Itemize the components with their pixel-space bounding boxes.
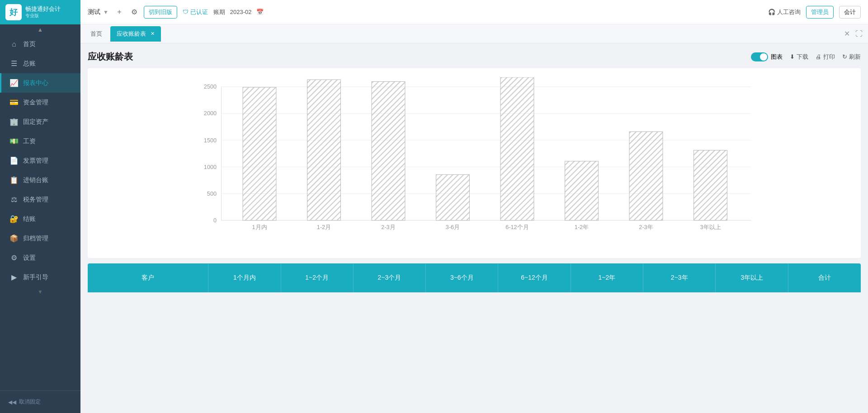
cancel-fixed-btn[interactable]: ◀◀ 取消固定 <box>0 394 80 409</box>
role-btn[interactable]: 会计 <box>839 6 861 19</box>
svg-text:2-3月: 2-3月 <box>381 224 395 230</box>
chart-toggle[interactable]: 图表 <box>751 52 783 61</box>
col-total: 合计 <box>788 263 861 292</box>
svg-text:1500: 1500 <box>204 137 217 144</box>
sidebar-item-tax[interactable]: ⚖ 税务管理 <box>0 190 80 209</box>
period-value: 2023-02 <box>230 9 252 15</box>
period-info: 账期 2023-02 📅 <box>213 8 264 16</box>
sidebar-item-reports[interactable]: 📈 报表中心 <box>0 73 80 93</box>
sidebar-item-settings[interactable]: ⚙ 设置 <box>0 248 80 268</box>
tabbar: 首页 应收账龄表 ✕ ✕ ⛶ <box>80 24 868 43</box>
cancel-fixed-label: 取消固定 <box>19 398 41 406</box>
sidebar-nav: ▲ ⌂ 首页 ☰ 总账 📈 报表中心 💳 资金管理 🏢 固定资产 💵 工资 📄 … <box>0 24 80 390</box>
tab-close-icon[interactable]: ✕ <box>151 31 155 37</box>
sidebar-item-inout[interactable]: 📋 进销台账 <box>0 170 80 190</box>
svg-text:0: 0 <box>213 217 217 224</box>
funds-icon: 💳 <box>9 98 19 107</box>
svg-rect-16 <box>307 80 341 220</box>
download-label: 下载 <box>797 53 808 61</box>
page-title: 应收账龄表 <box>88 51 133 63</box>
app-edition: 专业版 <box>25 13 61 19</box>
bar-chart: 0 500 1000 1500 2000 2500 1月内 1-2月 <box>97 77 852 249</box>
settings-icon: ⚙ <box>9 253 19 262</box>
download-icon: ⬇ <box>790 53 795 60</box>
invoice-icon: 📄 <box>9 156 19 165</box>
project-selector[interactable]: 测试 ▼ <box>88 8 108 16</box>
col-6-12month: 6~12个月 <box>498 263 571 292</box>
user-btn[interactable]: 管理员 <box>806 6 834 19</box>
refresh-btn[interactable]: ↻ 刷新 <box>842 53 861 61</box>
add-btn[interactable]: ＋ <box>114 5 125 19</box>
support-label: 人工咨询 <box>777 8 801 16</box>
svg-text:1-2月: 1-2月 <box>317 224 331 230</box>
assets-icon: 🏢 <box>9 117 19 126</box>
sidebar-item-ledger[interactable]: ☰ 总账 <box>0 54 80 73</box>
period-label: 账期 <box>213 9 225 15</box>
refresh-icon: ↻ <box>842 53 847 60</box>
svg-text:6-12个月: 6-12个月 <box>505 224 528 230</box>
tab-ar-aging-label: 应收账龄表 <box>117 30 146 38</box>
sidebar-item-payroll-label: 工资 <box>23 137 36 145</box>
sidebar-item-settings-label: 设置 <box>23 254 36 262</box>
svg-rect-22 <box>500 77 534 221</box>
sidebar-item-guide-label: 新手引导 <box>23 273 48 282</box>
sidebar-item-funds[interactable]: 💳 资金管理 <box>0 93 80 112</box>
sidebar-item-reports-label: 报表中心 <box>23 79 48 87</box>
scroll-up-btn[interactable]: ▲ <box>0 24 80 35</box>
svg-text:3年以上: 3年以上 <box>700 224 721 230</box>
print-btn[interactable]: 🖨 打印 <box>816 53 835 61</box>
calendar-icon[interactable]: 📅 <box>256 9 264 15</box>
download-btn[interactable]: ⬇ 下载 <box>790 53 808 61</box>
verified-label: 已认证 <box>190 8 208 16</box>
switch-version-btn[interactable]: 切到旧版 <box>144 6 177 19</box>
sidebar-item-assets[interactable]: 🏢 固定资产 <box>0 112 80 131</box>
sidebar-item-archive[interactable]: 📦 归档管理 <box>0 229 80 248</box>
logo-icon: 好 <box>5 4 22 20</box>
sidebar-item-guide[interactable]: ▶ 新手引导 <box>0 268 80 287</box>
sidebar: 好 畅捷通好会计 专业版 ▲ ⌂ 首页 ☰ 总账 📈 报表中心 💳 资金管理 🏢… <box>0 0 80 413</box>
page-header: 应收账龄表 图表 ⬇ 下载 🖨 打印 ↻ 刷新 <box>88 51 861 63</box>
svg-rect-26 <box>629 131 663 220</box>
topbar: 测试 ▼ ＋ ⚙ 切到旧版 🛡 已认证 账期 2023-02 📅 🎧 人工咨询 … <box>80 0 868 24</box>
col-1-2year: 1~2年 <box>571 263 643 292</box>
sidebar-item-payroll[interactable]: 💵 工资 <box>0 131 80 151</box>
svg-text:2-3年: 2-3年 <box>639 224 653 230</box>
col-3-6month: 3~6个月 <box>426 263 498 292</box>
svg-rect-20 <box>436 174 470 220</box>
tab-home[interactable]: 首页 <box>84 26 108 42</box>
toggle-track[interactable] <box>751 52 768 61</box>
support-btn[interactable]: 🎧 人工咨询 <box>768 8 801 16</box>
inout-icon: 📋 <box>9 176 19 184</box>
sidebar-bottom: ◀◀ 取消固定 <box>0 390 80 413</box>
reports-icon: 📈 <box>9 79 19 87</box>
col-customer: 客户 <box>88 263 208 292</box>
settings-btn[interactable]: ⚙ <box>129 6 139 18</box>
tax-icon: ⚖ <box>9 195 19 204</box>
sidebar-item-invoice[interactable]: 📄 发票管理 <box>0 151 80 170</box>
col-3plus-year: 3年以上 <box>716 263 788 292</box>
svg-text:500: 500 <box>207 191 217 197</box>
sidebar-item-closing-label: 结账 <box>23 215 36 223</box>
sidebar-item-archive-label: 归档管理 <box>23 235 48 243</box>
svg-text:3-6月: 3-6月 <box>446 224 460 230</box>
print-label: 打印 <box>823 53 835 61</box>
tab-ar-aging[interactable]: 应收账龄表 ✕ <box>110 26 161 42</box>
chart-area: 0 500 1000 1500 2000 2500 1月内 1-2月 <box>88 68 861 258</box>
scroll-down-btn[interactable]: ▼ <box>0 287 80 297</box>
col-2-3month: 2~3个月 <box>354 263 426 292</box>
sidebar-item-closing[interactable]: 🔐 结账 <box>0 209 80 229</box>
expand-window-btn[interactable]: ⛶ <box>854 28 864 40</box>
cancel-fixed-icon: ◀◀ <box>8 399 16 405</box>
svg-text:1-2年: 1-2年 <box>575 224 589 230</box>
project-chevron-icon: ▼ <box>103 9 108 15</box>
verified-badge: 🛡 已认证 <box>183 8 208 16</box>
print-icon: 🖨 <box>816 53 821 60</box>
sidebar-item-home[interactable]: ⌂ 首页 <box>0 35 80 54</box>
project-name: 测试 <box>88 8 100 16</box>
sidebar-item-inout-label: 进销台账 <box>23 176 48 184</box>
table-header: 客户 1个月内 1~2个月 2~3个月 3~6个月 6~12个月 1~2年 2~… <box>88 263 861 292</box>
close-window-btn[interactable]: ✕ <box>842 28 852 40</box>
closing-icon: 🔐 <box>9 215 19 223</box>
svg-text:1月内: 1月内 <box>252 224 267 230</box>
guide-icon: ▶ <box>9 273 19 282</box>
